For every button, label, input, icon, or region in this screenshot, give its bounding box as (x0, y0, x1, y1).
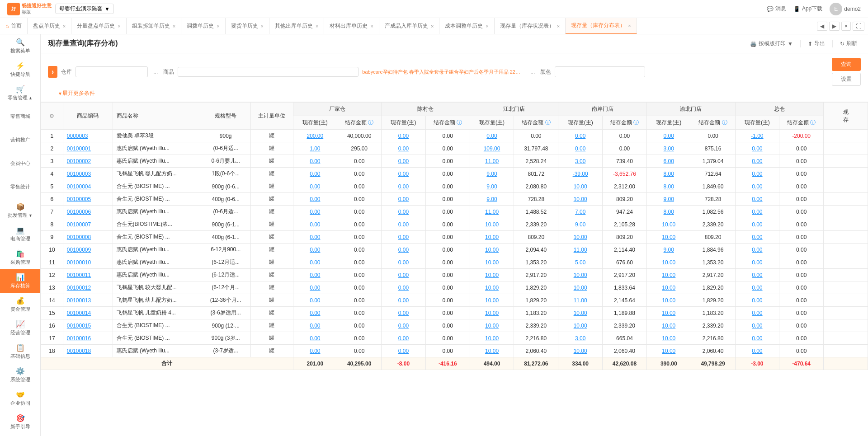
tab-transfer[interactable]: 调拨单历史 × (181, 18, 225, 34)
sidebar-item-member[interactable]: 会员中心 (0, 152, 40, 175)
tab-material-outbound[interactable]: 材料出库单历史 × (324, 18, 379, 34)
gear-icon[interactable]: ⚙ (49, 113, 54, 119)
tab-close-icon[interactable]: × (118, 23, 120, 29)
cell-nanan-bal: 2,105.28 (602, 218, 646, 231)
cell-chenpu-bal: 0.00 (425, 231, 470, 244)
tab-close-icon[interactable]: × (173, 23, 175, 29)
cell-chenpu-bal: 0.00 (425, 218, 470, 231)
cell-no: 9 (41, 231, 63, 244)
cell-chenpu-bal: 0.00 (425, 180, 470, 193)
sidebar-item-retail-mall[interactable]: 零售商城 (0, 105, 40, 128)
cell-chenpu-cur: 0.00 (382, 130, 426, 142)
cell-chenpu-cur: 0.00 (382, 244, 426, 256)
cell-sum-total-cur: -3.00 (735, 357, 779, 370)
sidebar-item-app-center[interactable]: 📱 应用中心 (0, 434, 40, 436)
filter-row-2: ▾ 展开更多条件 (48, 89, 861, 97)
tab-assembly[interactable]: 组装拆卸单历史 × (127, 18, 181, 34)
tab-close-icon[interactable]: × (316, 23, 318, 29)
tab-inventory-check[interactable]: 盘点单历史 × (28, 18, 71, 34)
tab-other-outbound[interactable]: 其他出库单历史 × (269, 18, 324, 34)
cell-name: 合生元 (BIOSTIME) ... (113, 180, 201, 193)
sidebar-item-operations[interactable]: 📈 经营管理 (0, 316, 40, 340)
sidebar-item-retail-stats[interactable]: 零售统计 (0, 175, 40, 199)
cell-unit: 罐 (250, 269, 293, 281)
cell-extra (824, 155, 868, 168)
messages-btn[interactable]: 💬 消息 (767, 5, 786, 13)
app-download-btn[interactable]: 📱 App下载 (793, 5, 822, 13)
cell-no: 17 (41, 332, 63, 345)
tab-close-icon[interactable]: × (431, 23, 434, 29)
tab-close-icon[interactable]: × (557, 23, 560, 29)
sidebar-item-quicknav[interactable]: ⚡ 快捷导航 (0, 58, 40, 81)
refresh-btn[interactable]: ↻ 刷新 (836, 38, 861, 49)
tab-maximize-btn[interactable]: ⛶ (853, 22, 864, 31)
page-header: 现存量查询(库存分布) 🖨️ 按模版打印 ▼ ⬆ 导出 ↻ 刷新 (41, 34, 868, 53)
expand-conditions-btn[interactable]: ▾ 展开更多条件 (59, 89, 95, 97)
sidebar-item-purchase[interactable]: 🛍️ 采购管理 (0, 246, 40, 269)
cell-yubei-cur: 10.00 (646, 345, 691, 357)
export-btn[interactable]: ⬆ 导出 (804, 38, 829, 49)
cell-yubei-cur: 0.00 (646, 130, 691, 142)
sidebar-item-inventory[interactable]: 📊 库存核算 (0, 269, 40, 293)
tab-close-icon[interactable]: × (370, 23, 373, 29)
expand-filter-btn[interactable]: › (48, 66, 57, 78)
cell-chenpu-cur: 0.00 (382, 206, 426, 218)
tab-close-all-btn[interactable]: × (841, 22, 851, 31)
tab-stock-distribution[interactable]: 现存量（库存分布表） × (566, 18, 637, 34)
cell-jiangbei-cur: 10.00 (470, 244, 514, 256)
tab-home[interactable]: ⌂ 首页 (0, 18, 28, 34)
sidebar-item-retail-manage[interactable]: 🛒 零售管理 ▲ (0, 81, 40, 105)
query-btn[interactable]: 查询 (832, 58, 861, 71)
cell-sum-chenpu-bal: -416.16 (425, 357, 470, 370)
th-unit: 主计量单位 (250, 103, 293, 130)
sidebar-item-basic-info[interactable]: 📋 基础信息 (0, 340, 40, 363)
tab-cost-adjust[interactable]: 成本调整单历史 × (439, 18, 494, 34)
cell-total-cur: 0.00 (735, 155, 779, 168)
sidebar-item-ecommerce[interactable]: 💻 电商管理 (0, 222, 40, 246)
cell-factory-cur: 0.00 (293, 307, 337, 319)
tab-stock-status[interactable]: 现存量（库存状况表） × (495, 18, 566, 34)
company-selector[interactable]: 母婴行业演示陈套 ▼ (55, 4, 114, 14)
tab-close-icon[interactable]: × (628, 23, 631, 28)
cell-yubei-bal: 1,884.96 (691, 244, 735, 256)
cell-name: 爱他美 卓萃3段 (113, 130, 201, 142)
cell-jiangbei-cur: 109.00 (470, 142, 514, 155)
cell-spec: (3-7岁适... (201, 345, 250, 357)
tab-product-inbound[interactable]: 产成品入库单历史 × (379, 18, 439, 34)
product-input[interactable] (178, 67, 359, 77)
page-actions: 🖨️ 按模版打印 ▼ ⬆ 导出 ↻ 刷新 (746, 38, 861, 49)
cell-total-cur: 0.00 (735, 281, 779, 294)
cell-nanan-cur: 7.00 (558, 206, 603, 218)
setting-btn[interactable]: 设置 (832, 73, 861, 86)
user-avatar-btn[interactable]: E demo2 (830, 3, 861, 15)
print-btn[interactable]: 🖨️ 按模版打印 ▼ (746, 38, 797, 49)
product-more-btn[interactable]: ... (530, 69, 535, 75)
tab-close-icon[interactable]: × (486, 23, 488, 29)
cell-nanan-cur: 10.00 (558, 345, 603, 357)
sidebar-item-wholesale[interactable]: 📦 批发管理 ▼ (0, 199, 40, 222)
warehouse-input[interactable] (75, 66, 148, 77)
tab-close-icon[interactable]: × (63, 23, 66, 29)
th-name: 商品名称 (113, 103, 201, 130)
cell-jiangbei-bal: 1,829.20 (514, 281, 558, 294)
sidebar-item-search[interactable]: 🔍 搜索英单 (0, 34, 40, 58)
sidebar-item-collaboration[interactable]: 🤝 企业协同 (0, 387, 40, 410)
sidebar-item-guide[interactable]: 🎯 新手引导 (0, 410, 40, 434)
tab-close-icon[interactable]: × (217, 23, 219, 29)
tab-close-icon[interactable]: × (261, 23, 264, 29)
color-input[interactable] (555, 66, 645, 77)
tab-prev-btn[interactable]: ◀ (817, 22, 827, 31)
cell-no: 7 (41, 206, 63, 218)
th-yubei-store: 渝北门店 (646, 103, 735, 116)
tab-partial-check[interactable]: 分量盘点单历史 × (71, 18, 126, 34)
cell-unit: 罐 (250, 244, 293, 256)
tab-next-btn[interactable]: ▶ (829, 22, 840, 31)
tab-order[interactable]: 要货单历史 × (226, 18, 269, 34)
sidebar-item-finance[interactable]: 💰 资金管理 (0, 293, 40, 316)
cell-factory-bal: 0.00 (337, 269, 382, 281)
sidebar-item-system[interactable]: ⚙️ 系统管理 (0, 363, 40, 387)
cell-spec: 400g (6-1... (201, 231, 250, 244)
table-wrapper: ⚙ 商品编码 商品名称 规格型号 主计量单位 厂家仓 陈村仓 江北门店 南岸门店… (41, 102, 868, 436)
sidebar-item-marketing[interactable]: 营销推广 (0, 128, 40, 152)
warehouse-more-btn[interactable]: ... (153, 69, 158, 75)
